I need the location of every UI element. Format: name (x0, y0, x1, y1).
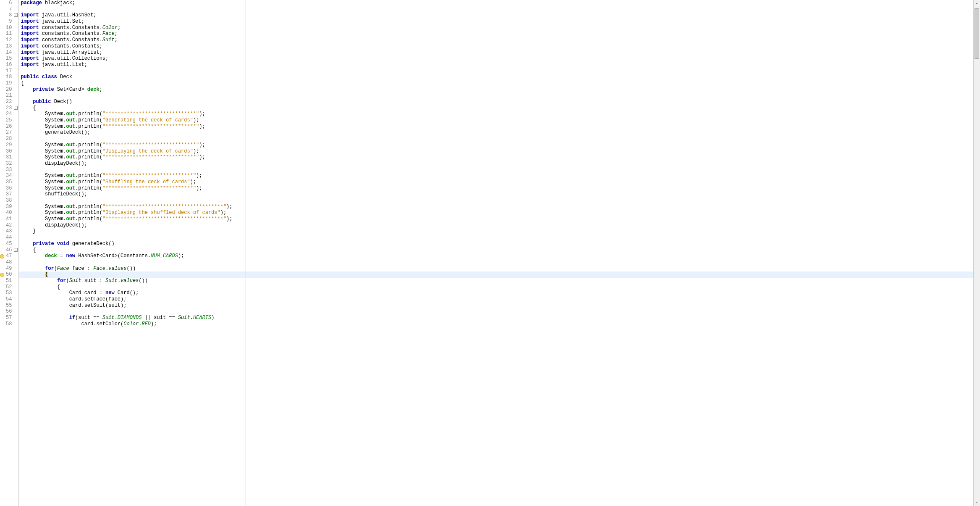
line-number: 54 (6, 296, 12, 303)
hint-bulb-icon[interactable] (0, 254, 4, 258)
code-line[interactable]: System.out.println("********************… (19, 173, 973, 179)
line-number: 6 (6, 0, 12, 6)
code-line[interactable]: System.out.println("********************… (19, 185, 973, 192)
line-number: 24 (6, 111, 12, 117)
code-line[interactable] (19, 308, 973, 315)
code-line[interactable]: System.out.println("********************… (19, 204, 973, 210)
code-line[interactable]: import constants.Constants.Suit; (19, 37, 973, 43)
code-line[interactable]: import java.util.Collections; (19, 55, 973, 62)
line-number: 25 (6, 117, 12, 124)
code-line[interactable]: card.setColor(Color.RED); (19, 321, 973, 327)
code-line[interactable]: import java.util.HashSet; (19, 12, 973, 18)
code-line[interactable]: public class Deck (19, 74, 973, 80)
vertical-scrollbar[interactable]: ▴ ▾ (973, 0, 980, 506)
code-line[interactable] (19, 68, 973, 74)
code-line[interactable] (19, 6, 973, 13)
code-line[interactable]: for(Suit suit : Suit.values()) (19, 278, 973, 284)
code-line[interactable]: private void generateDeck() (19, 241, 973, 247)
line-number: 45 (6, 241, 12, 247)
code-line[interactable]: deck = new HashSet<Card>(Constants.NUM_C… (19, 253, 973, 259)
code-area[interactable]: package blackjack;import java.util.HashS… (19, 0, 973, 506)
code-line[interactable] (19, 235, 973, 241)
code-line[interactable]: import constants.Constants.Color; (19, 25, 973, 31)
line-number: 21 (6, 92, 12, 99)
code-line[interactable]: System.out.println("********************… (19, 111, 973, 117)
line-number: 50 (6, 271, 12, 278)
fold-column: --- (13, 0, 18, 506)
code-line[interactable]: generateDeck(); (19, 129, 973, 136)
line-number: 26 (6, 124, 12, 130)
line-number: 53 (6, 290, 12, 296)
scroll-up-arrow[interactable]: ▴ (974, 0, 980, 7)
code-line[interactable]: System.out.println("Shuffling the deck o… (19, 179, 973, 185)
code-line[interactable]: System.out.println("********************… (19, 154, 973, 161)
code-line[interactable]: { (19, 247, 973, 253)
code-line[interactable]: import java.util.Set; (19, 18, 973, 25)
code-line[interactable]: { (19, 105, 973, 111)
code-line[interactable]: import constants.Constants.Face; (19, 31, 973, 37)
line-number: 48 (6, 259, 12, 266)
code-line[interactable]: System.out.println("Displaying the deck … (19, 148, 973, 155)
code-line[interactable]: { (19, 271, 973, 278)
right-margin-line (246, 0, 246, 506)
line-number: 8 (6, 12, 12, 18)
code-line[interactable]: Card card = new Card(); (19, 290, 973, 296)
code-line[interactable]: shuffleDeck(); (19, 191, 973, 198)
code-line[interactable]: System.out.println("Displaying the shuff… (19, 210, 973, 216)
code-line[interactable]: } (19, 228, 973, 235)
code-line[interactable] (19, 92, 973, 99)
code-line[interactable]: { (19, 80, 973, 87)
line-number: 19 (6, 80, 12, 87)
line-number: 18 (6, 74, 12, 80)
code-line[interactable]: for(Face face : Face.values()) (19, 266, 973, 272)
line-number: 7 (6, 6, 12, 13)
code-line[interactable]: displayDeck(); (19, 161, 973, 167)
line-number: 15 (6, 55, 12, 62)
scroll-down-arrow[interactable]: ▾ (974, 499, 980, 506)
line-number: 35 (6, 179, 12, 185)
code-line[interactable] (19, 198, 973, 204)
fold-toggle-icon[interactable]: - (14, 248, 18, 252)
code-line[interactable]: private Set<Card> deck; (19, 87, 973, 93)
code-line[interactable]: System.out.println("********************… (19, 216, 973, 222)
hint-column (0, 0, 5, 506)
line-number: 46 (6, 247, 12, 253)
code-line[interactable]: public Deck() (19, 99, 973, 105)
line-number: 37 (6, 191, 12, 198)
fold-toggle-icon[interactable]: - (14, 106, 18, 110)
code-line[interactable]: import java.util.List; (19, 62, 973, 68)
line-number: 9 (6, 18, 12, 25)
code-line[interactable]: import java.util.ArrayList; (19, 50, 973, 56)
code-line[interactable]: displayDeck(); (19, 222, 973, 229)
code-editor: 6789101112131415161718192021222324252627… (0, 0, 980, 506)
code-line[interactable]: { (19, 284, 973, 290)
code-line[interactable] (19, 167, 973, 173)
line-number: 55 (6, 303, 12, 309)
line-number: 39 (6, 204, 12, 210)
line-number: 58 (6, 321, 12, 327)
code-line[interactable]: if(suit == Suit.DIAMONDS || suit == Suit… (19, 315, 973, 321)
code-line[interactable]: System.out.println("Generating the deck … (19, 117, 973, 124)
code-line[interactable]: System.out.println("********************… (19, 142, 973, 148)
line-number: 32 (6, 161, 12, 167)
line-number: 27 (6, 129, 12, 136)
code-line[interactable] (19, 136, 973, 142)
line-number: 29 (6, 142, 12, 148)
gutter: 6789101112131415161718192021222324252627… (0, 0, 19, 506)
code-line[interactable]: package blackjack; (19, 0, 973, 6)
line-number: 13 (6, 43, 12, 50)
line-number: 20 (6, 87, 12, 93)
line-number: 49 (6, 266, 12, 272)
code-line[interactable]: System.out.println("********************… (19, 124, 973, 130)
hint-bulb-icon[interactable] (0, 273, 4, 277)
code-line[interactable] (19, 259, 973, 266)
line-number: 56 (6, 308, 12, 315)
fold-toggle-icon[interactable]: - (14, 13, 18, 17)
line-number: 11 (6, 31, 12, 37)
scroll-thumb[interactable] (975, 8, 979, 59)
code-line[interactable]: card.setSuit(suit); (19, 303, 973, 309)
line-number: 51 (6, 278, 12, 284)
code-line[interactable]: import constants.Constants; (19, 43, 973, 50)
code-line[interactable]: card.setFace(face); (19, 296, 973, 303)
line-number: 38 (6, 198, 12, 204)
